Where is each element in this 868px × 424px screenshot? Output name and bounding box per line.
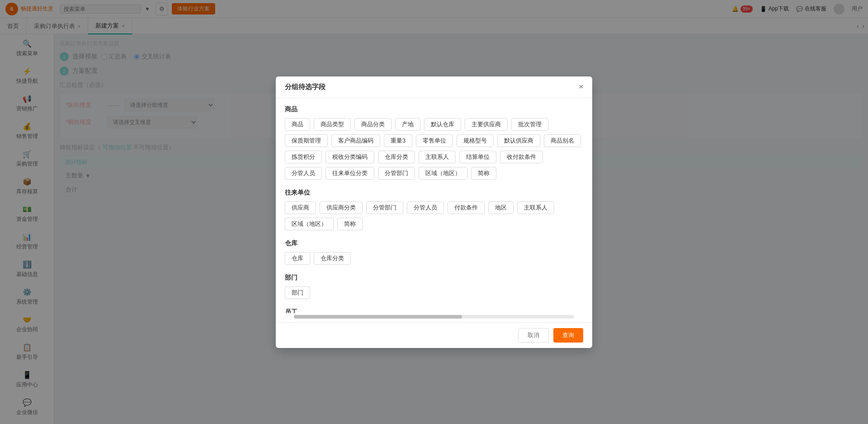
field-tag-0-12[interactable]: 默认供应商: [497, 134, 540, 147]
field-tag-0-21[interactable]: 往来单位分类: [326, 167, 374, 180]
field-tag-1-2[interactable]: 分管部门: [366, 201, 403, 214]
field-tag-0-11[interactable]: 规格型号: [457, 134, 494, 147]
field-tag-0-2[interactable]: 商品分类: [354, 118, 392, 131]
field-tag-0-6[interactable]: 批次管理: [511, 118, 548, 131]
field-group-0: 商品商品商品类型商品分类产地默认仓库主要供应商批次管理保质期管理客户商品编码重量…: [285, 105, 583, 180]
field-tag-0-3[interactable]: 产地: [395, 118, 420, 131]
field-tag-1-8[interactable]: 简称: [337, 218, 363, 230]
field-group-3: 部门部门: [285, 274, 583, 299]
field-select-modal: 分组待选字段 × 商品商品商品类型商品分类产地默认仓库主要供应商批次管理保质期管…: [276, 76, 592, 348]
field-tag-1-3[interactable]: 分管人员: [407, 201, 444, 214]
field-group-title-0: 商品: [285, 105, 583, 114]
field-tag-0-9[interactable]: 重量3: [384, 134, 412, 147]
field-tag-0-10[interactable]: 零售单位: [416, 134, 453, 147]
modal-overlay: 分组待选字段 × 商品商品商品类型商品分类产地默认仓库主要供应商批次管理保质期管…: [0, 0, 868, 424]
field-tag-0-7[interactable]: 保质期管理: [285, 134, 328, 147]
field-tags-1: 供应商供应商分类分管部门分管人员付款条件地区主联系人区域（地区）简称: [285, 201, 583, 230]
field-group-1: 往来单位供应商供应商分类分管部门分管人员付款条件地区主联系人区域（地区）简称: [285, 189, 583, 230]
cancel-button[interactable]: 取消: [518, 328, 549, 343]
field-group-4: 员工业务员: [285, 308, 583, 313]
field-tag-0-4[interactable]: 默认仓库: [424, 118, 461, 131]
field-tag-1-5[interactable]: 地区: [488, 201, 514, 214]
field-tag-1-4[interactable]: 付款条件: [448, 201, 485, 214]
field-tag-0-24[interactable]: 简称: [471, 167, 496, 180]
field-tag-0-5[interactable]: 主要供应商: [465, 118, 508, 131]
modal-title: 分组待选字段: [285, 83, 326, 91]
modal-body: 商品商品商品类型商品分类产地默认仓库主要供应商批次管理保质期管理客户商品编码重量…: [276, 98, 592, 313]
field-tag-0-22[interactable]: 分管部门: [378, 167, 415, 180]
field-tag-0-16[interactable]: 仓库分类: [378, 151, 415, 163]
field-tag-0-0[interactable]: 商品: [285, 118, 310, 131]
field-tag-0-23[interactable]: 区域（地区）: [419, 167, 467, 180]
field-tag-0-1[interactable]: 商品类型: [314, 118, 351, 131]
modal-header: 分组待选字段 ×: [276, 76, 592, 98]
field-tag-1-1[interactable]: 供应商分类: [320, 201, 363, 214]
field-tag-0-17[interactable]: 主联系人: [419, 151, 456, 163]
field-tags-0: 商品商品类型商品分类产地默认仓库主要供应商批次管理保质期管理客户商品编码重量3零…: [285, 118, 583, 180]
field-tag-2-1[interactable]: 仓库分类: [314, 252, 351, 265]
field-tag-3-0[interactable]: 部门: [285, 286, 310, 299]
field-group-title-4: 员工: [285, 308, 583, 313]
field-tag-1-0[interactable]: 供应商: [285, 201, 316, 214]
field-group-title-1: 往来单位: [285, 189, 583, 197]
field-tag-1-7[interactable]: 区域（地区）: [285, 218, 334, 230]
horizontal-scrollbar[interactable]: [294, 315, 574, 319]
field-tag-1-6[interactable]: 主联系人: [517, 201, 554, 214]
field-tag-0-14[interactable]: 拣货积分: [285, 151, 322, 163]
field-group-2: 仓库仓库仓库分类: [285, 239, 583, 265]
field-tag-0-19[interactable]: 收付款条件: [500, 151, 543, 163]
field-tags-3: 部门: [285, 286, 583, 299]
field-tag-0-8[interactable]: 客户商品编码: [331, 134, 380, 147]
field-tag-0-15[interactable]: 税收分类编码: [326, 151, 374, 163]
modal-close-button[interactable]: ×: [579, 83, 583, 91]
field-tags-2: 仓库仓库分类: [285, 252, 583, 265]
field-group-title-2: 仓库: [285, 239, 583, 248]
field-group-title-3: 部门: [285, 274, 583, 282]
field-tag-2-0[interactable]: 仓库: [285, 252, 310, 265]
modal-scroll-area: [276, 313, 592, 322]
modal-footer: 取消 查询: [276, 322, 592, 348]
confirm-button[interactable]: 查询: [553, 328, 583, 343]
scroll-thumb: [294, 315, 462, 319]
field-tag-0-18[interactable]: 结算单位: [459, 151, 496, 163]
field-tag-0-20[interactable]: 分管人员: [285, 167, 322, 180]
field-tag-0-13[interactable]: 商品别名: [544, 134, 581, 147]
